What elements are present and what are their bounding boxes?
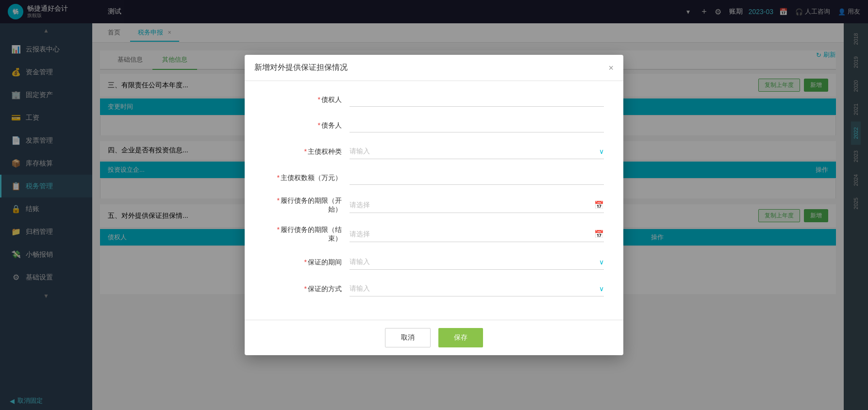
add-guarantee-dialog: 新增对外提供保证担保情况 × *债权人 *债务人 *	[245, 55, 623, 355]
period-start-field: *履行债务的期限（开始） 请选择 📅	[264, 197, 604, 214]
dialog-title: 新增对外提供保证担保情况	[254, 63, 348, 73]
debtor-label: *债务人	[264, 121, 342, 130]
period-end-calendar-icon: 📅	[594, 230, 604, 239]
period-start-placeholder: 请选择	[350, 201, 594, 210]
period-start-select[interactable]: 请选择 📅	[350, 197, 604, 213]
period-end-label: *履行债务的期限（结束）	[264, 226, 342, 243]
period-start-calendar-icon: 📅	[594, 200, 604, 210]
dialog-footer: 取消 保存	[245, 320, 623, 355]
claim-type-chevron-icon: ∨	[599, 148, 604, 155]
guarantee-period-select[interactable]: 请输入 ∨	[350, 255, 604, 270]
guarantee-period-chevron-icon: ∨	[599, 258, 604, 266]
cancel-button[interactable]: 取消	[385, 328, 431, 347]
claim-type-field: *主债权种类 请输入 ∨	[264, 144, 604, 159]
creditor-input[interactable]	[350, 93, 604, 107]
period-end-select[interactable]: 请选择 📅	[350, 227, 604, 242]
claim-type-label: *主债权种类	[264, 148, 342, 156]
dialog-header: 新增对外提供保证担保情况 ×	[245, 55, 623, 81]
claim-amount-field: *主债权数额（万元）	[264, 171, 604, 185]
guarantee-period-label: *保证的期间	[264, 258, 342, 267]
guarantee-method-select[interactable]: 请输入 ∨	[350, 281, 604, 296]
guarantee-method-chevron-icon: ∨	[599, 285, 604, 293]
claim-amount-input[interactable]	[350, 171, 604, 185]
guarantee-method-field: *保证的方式 请输入 ∨	[264, 281, 604, 296]
period-start-label: *履行债务的期限（开始）	[264, 197, 342, 214]
guarantee-method-label: *保证的方式	[264, 285, 342, 294]
claim-amount-label: *主债权数额（万元）	[264, 174, 342, 182]
debtor-field: *债务人	[264, 118, 604, 132]
creditor-label: *债权人	[264, 96, 342, 104]
save-button[interactable]: 保存	[438, 328, 483, 347]
modal-overlay: 新增对外提供保证担保情况 × *债权人 *债务人 *	[0, 0, 868, 410]
period-end-placeholder: 请选择	[350, 230, 594, 239]
guarantee-period-field: *保证的期间 请输入 ∨	[264, 255, 604, 270]
creditor-field: *债权人	[264, 93, 604, 107]
period-end-field: *履行债务的期限（结束） 请选择 📅	[264, 226, 604, 243]
dialog-body: *债权人 *债务人 *主债权种类 请输入 ∨	[245, 81, 623, 320]
dialog-close-button[interactable]: ×	[608, 64, 614, 72]
guarantee-method-placeholder: 请输入	[350, 284, 599, 293]
claim-type-placeholder: 请输入	[350, 147, 599, 156]
claim-type-select[interactable]: 请输入 ∨	[350, 144, 604, 159]
debtor-input[interactable]	[350, 118, 604, 132]
guarantee-period-placeholder: 请输入	[350, 258, 599, 266]
